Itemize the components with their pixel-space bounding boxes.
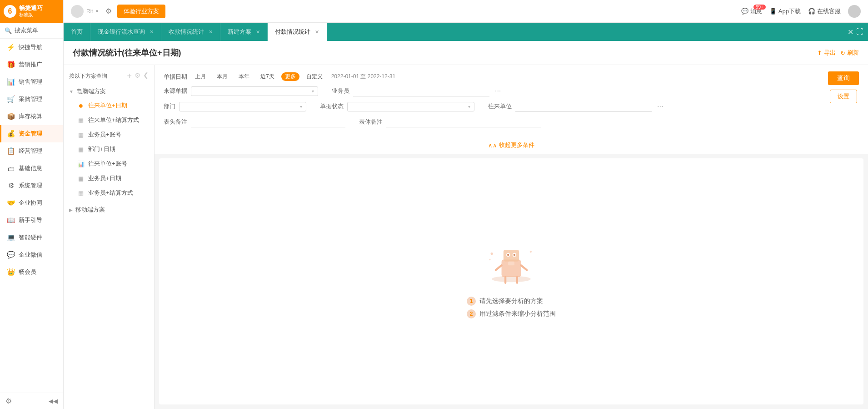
date-more-btn[interactable]: 更多 xyxy=(281,72,299,81)
sidebar-item-system[interactable]: ⚙系统管理 xyxy=(0,177,63,194)
pc-scheme-group-header[interactable]: ▼ 电脑端方案 xyxy=(64,85,154,98)
sidebar-item-hardware[interactable]: 💻智能硬件 xyxy=(0,229,63,246)
pc-group-label: 电脑端方案 xyxy=(76,87,106,96)
mobile-group-arrow-icon: ▶ xyxy=(69,207,73,212)
staff-dots-icon[interactable]: ··· xyxy=(495,87,501,95)
sidebar: 6 畅捷通巧 标准版 🔍 搜索菜单 ⚡快捷导航 🎁营销推广 📊销售管理 🛒采购管… xyxy=(0,0,64,409)
date-range-value: 2022-01-01 至 2022-12-31 xyxy=(331,73,395,81)
filter-left: 单据日期 上月 本月 本年 近7天 更多 自定义 2022-01-01 至 20… xyxy=(164,71,819,132)
close-all-tabs-button[interactable]: ✕ xyxy=(848,28,853,36)
scheme-item-staff-date[interactable]: ▦ 业务员+日期 xyxy=(64,171,154,186)
sidebar-item-basic[interactable]: 🗃基础信息 xyxy=(0,160,63,177)
staff-label: 业务员 xyxy=(332,87,349,95)
status-select[interactable]: ▾ xyxy=(347,102,474,111)
tab-bank-label: 现金银行流水查询 xyxy=(98,28,145,36)
refresh-button[interactable]: ↻ 刷新 xyxy=(840,49,859,57)
trial-industry-button[interactable]: 体验行业方案 xyxy=(117,5,165,18)
export-button[interactable]: ⬆ 导出 xyxy=(817,49,836,57)
body-wrapper: 按以下方案查询 + ⚙ ❮ ▼ 电脑端方案 ● 往来单位+日期 xyxy=(64,65,868,409)
source-filter: 来源单据 ▾ xyxy=(164,86,318,96)
scheme-item-unit-date[interactable]: ● 往来单位+日期 xyxy=(64,98,154,113)
tab-receipt-close-icon[interactable]: ✕ xyxy=(209,29,213,35)
sales-icon: 📊 xyxy=(7,78,15,86)
unit-filter: 往来单位 ··· xyxy=(488,101,663,112)
search-menu[interactable]: 🔍 搜索菜单 xyxy=(0,23,63,39)
expand-tab-button[interactable]: ⛶ xyxy=(856,28,863,36)
date-last-month-btn[interactable]: 上月 xyxy=(191,71,210,82)
refresh-label: 刷新 xyxy=(847,49,859,57)
tab-new-scheme[interactable]: 新建方案 ✕ xyxy=(220,23,268,41)
tab-bank-close-icon[interactable]: ✕ xyxy=(150,29,154,35)
query-button[interactable]: 查询 xyxy=(828,71,859,85)
topbar-settings-icon[interactable]: ⚙ xyxy=(105,7,112,15)
footer-collapse-icon[interactable]: ◀◀ xyxy=(49,398,58,404)
header-note-input[interactable] xyxy=(191,116,345,127)
sidebar-item-inventory[interactable]: 📦库存核算 xyxy=(0,108,63,125)
tab-payment-close-icon[interactable]: ✕ xyxy=(315,29,319,35)
topbar: Rit ▾ ⚙ 体验行业方案 💬 消息 99+ 📱 App下载 🎧 在线客服 xyxy=(64,0,868,23)
date-last-7-days-btn[interactable]: 近7天 xyxy=(256,71,279,82)
staff-input[interactable] xyxy=(353,86,489,96)
sidebar-item-purchase[interactable]: 🛒采购管理 xyxy=(0,91,63,108)
sidebar-item-newbie[interactable]: 📖新手引导 xyxy=(0,212,63,229)
scheme-panel-actions: + ⚙ ❮ xyxy=(127,71,149,81)
source-select[interactable]: ▾ xyxy=(191,86,318,96)
status-chevron-icon: ▾ xyxy=(468,104,470,109)
pc-group-arrow-icon: ▼ xyxy=(69,89,74,94)
scheme-item-unit-account[interactable]: 📊 往来单位+账号 xyxy=(64,157,154,171)
page-title: 付款情况统计(往来单位+日期) xyxy=(73,47,181,58)
scheme-item-staff-account[interactable]: ▦ 业务员+账号 xyxy=(64,127,154,142)
tab-bank[interactable]: 现金银行流水查询 ✕ xyxy=(90,23,161,41)
scheme-settings-icon[interactable]: ⚙ xyxy=(135,71,140,81)
sidebar-item-finance[interactable]: 💰资金管理 xyxy=(0,125,63,142)
settings-button[interactable]: 设置 xyxy=(830,90,857,103)
tab-payment[interactable]: 付款情况统计 ✕ xyxy=(268,23,327,41)
sidebar-item-operation[interactable]: 📋经营管理 xyxy=(0,142,63,160)
profile-chevron-icon[interactable]: ▾ xyxy=(96,9,98,14)
user-avatar[interactable] xyxy=(848,5,861,18)
sidebar-item-marketing[interactable]: 🎁营销推广 xyxy=(0,56,63,73)
filter-row-1: 单据日期 上月 本月 本年 近7天 更多 自定义 2022-01-01 至 20… xyxy=(164,71,859,132)
add-scheme-icon[interactable]: + xyxy=(127,71,132,81)
profile-name: Rit xyxy=(86,8,93,15)
tab-home[interactable]: 首页 xyxy=(64,23,90,41)
svg-point-13 xyxy=(489,259,490,260)
date-this-month-btn[interactable]: 本月 xyxy=(213,71,232,82)
date-custom-btn[interactable]: 自定义 xyxy=(302,71,327,82)
online-service-button[interactable]: 🎧 在线客服 xyxy=(808,7,841,15)
scheme-item-dept-date[interactable]: ▦ 部门+日期 xyxy=(64,142,154,157)
operation-icon: 📋 xyxy=(7,147,15,155)
sidebar-item-wechat[interactable]: 💬企业微信 xyxy=(0,246,63,263)
marketing-icon: 🎁 xyxy=(7,61,15,69)
query-actions-col: 查询 设置 xyxy=(819,71,859,103)
body-note-input[interactable] xyxy=(386,116,541,127)
sidebar-item-enterprise[interactable]: 🤝企业协同 xyxy=(0,194,63,212)
unit-dots-icon[interactable]: ··· xyxy=(657,102,663,111)
sidebar-item-member[interactable]: 👑畅会员 xyxy=(0,263,63,281)
dept-select[interactable]: ▾ xyxy=(179,102,306,111)
filter-row-3-inner: 部门 ▾ 单据状态 xyxy=(164,101,819,112)
sidebar-nav: ⚡快捷导航 🎁营销推广 📊销售管理 🛒采购管理 📦库存核算 💰资金管理 📋经营管… xyxy=(0,39,63,393)
scheme-item-unit-settle[interactable]: ▦ 往来单位+结算方式 xyxy=(64,113,154,127)
collapse-more-button[interactable]: ∧∧ 收起更多条件 xyxy=(488,141,534,149)
date-this-year-btn[interactable]: 本年 xyxy=(234,71,254,82)
message-button[interactable]: 💬 消息 99+ xyxy=(741,7,762,15)
mobile-scheme-group-header[interactable]: ▶ 移动端方案 xyxy=(64,203,154,217)
scheme-collapse-icon[interactable]: ❮ xyxy=(143,71,149,81)
unit-input[interactable] xyxy=(515,101,652,112)
topbar-profile[interactable]: Rit ▾ xyxy=(71,5,98,18)
dept-label: 部门 xyxy=(164,102,175,111)
sidebar-item-sales[interactable]: 📊销售管理 xyxy=(0,73,63,91)
tab-new-scheme-close-icon[interactable]: ✕ xyxy=(256,29,260,35)
tab-receipt[interactable]: 收款情况统计 ✕ xyxy=(161,23,220,41)
app-download-button[interactable]: 📱 App下载 xyxy=(769,7,801,15)
footer-settings-icon[interactable]: ⚙ xyxy=(5,397,12,405)
staff-account-icon: ▦ xyxy=(77,131,85,138)
quick-nav-icon: ⚡ xyxy=(7,43,15,51)
filter-row-2-inner: 来源单据 ▾ 业务员 ··· xyxy=(164,86,819,96)
hardware-icon: 💻 xyxy=(7,233,15,242)
empty-illustration xyxy=(484,241,539,288)
sidebar-item-quick-nav[interactable]: ⚡快捷导航 xyxy=(0,39,63,56)
scheme-item-staff-settle[interactable]: ▦ 业务员+结算方式 xyxy=(64,186,154,200)
finance-icon: 💰 xyxy=(7,130,15,138)
